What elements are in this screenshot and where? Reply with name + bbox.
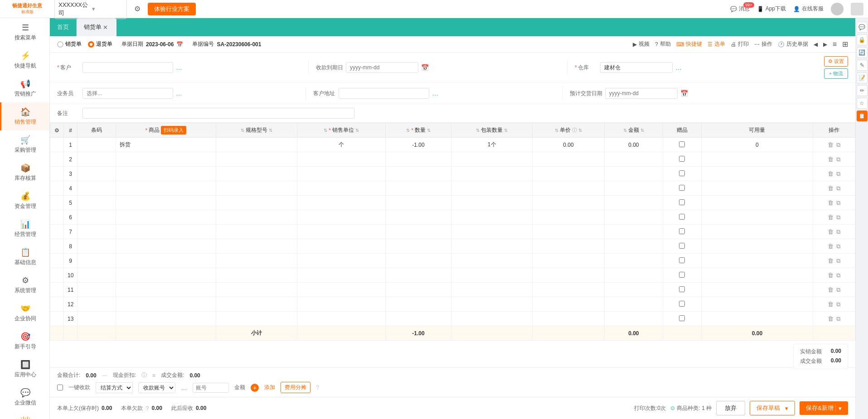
save-new-chevron-icon[interactable]: ▾ bbox=[835, 405, 842, 412]
save-new-button[interactable]: 保存&新增 ▾ bbox=[800, 401, 848, 415]
customer-address-input[interactable] bbox=[339, 88, 429, 99]
radio-sales-order[interactable]: 销货单 bbox=[57, 40, 82, 48]
copy-icon[interactable]: ⧉ bbox=[836, 228, 840, 236]
warehouse-dots-icon[interactable]: … bbox=[675, 64, 682, 71]
calendar-icon[interactable]: 📅 bbox=[176, 41, 183, 48]
copy-icon[interactable]: ⧉ bbox=[836, 214, 840, 221]
nav-next-icon[interactable]: ▶ bbox=[823, 41, 827, 48]
delete-icon[interactable]: 🗑 bbox=[828, 228, 834, 236]
gift-checkbox[interactable] bbox=[679, 301, 685, 307]
order-debt-help-icon[interactable]: ? bbox=[145, 405, 149, 412]
gift-checkbox[interactable] bbox=[679, 257, 685, 263]
action-video[interactable]: ▶ 视频 bbox=[633, 40, 650, 48]
row-qty[interactable]: -1.00 bbox=[385, 138, 451, 152]
view-list-icon[interactable]: ≡ bbox=[833, 40, 837, 48]
avatar-secondary[interactable] bbox=[851, 3, 863, 15]
account-number-input[interactable] bbox=[193, 383, 229, 393]
action-help[interactable]: ? 帮助 bbox=[655, 40, 671, 48]
delete-icon[interactable]: 🗑 bbox=[828, 301, 834, 308]
delete-icon[interactable]: 🗑 bbox=[828, 170, 834, 178]
right-panel-btn-2[interactable]: 🔒 bbox=[857, 34, 868, 45]
sidebar-item-inventory[interactable]: 📦 库存核算 bbox=[0, 159, 49, 187]
warehouse-input[interactable] bbox=[600, 62, 673, 73]
setup-button[interactable]: ⚙ 设置 bbox=[824, 56, 848, 67]
copy-icon[interactable]: ⧉ bbox=[836, 315, 840, 323]
copy-icon[interactable]: ⧉ bbox=[836, 170, 840, 178]
app-download-button[interactable]: 📱 App下载 bbox=[757, 5, 786, 13]
one-click-pay-checkbox[interactable] bbox=[57, 385, 63, 390]
row-amount[interactable]: 0.00 bbox=[604, 138, 663, 152]
action-history[interactable]: 🕐 历史单据 bbox=[778, 40, 808, 48]
copy-icon[interactable]: ⧉ bbox=[836, 185, 840, 192]
gift-checkbox[interactable] bbox=[679, 170, 685, 176]
row-gift[interactable] bbox=[663, 138, 701, 152]
delete-icon[interactable]: 🗑 bbox=[828, 272, 834, 279]
gift-checkbox[interactable] bbox=[679, 228, 685, 234]
expense-help-icon[interactable]: ? bbox=[316, 384, 319, 391]
copy-icon[interactable]: ⧉ bbox=[836, 257, 840, 265]
payment-method-select[interactable]: 结算方式 bbox=[96, 382, 133, 393]
company-selector[interactable]: XXXXXX公司 ▾ bbox=[54, 0, 127, 19]
tab-home[interactable]: 首页 bbox=[50, 18, 77, 36]
action-shortcut[interactable]: ⌨ 快捷键 bbox=[676, 40, 702, 48]
table-settings-icon[interactable]: ⚙ bbox=[54, 127, 59, 134]
sidebar-item-appstore[interactable]: 🔲 应用中心 bbox=[0, 355, 49, 383]
gift-checkbox[interactable] bbox=[679, 185, 685, 191]
right-panel-btn-4[interactable]: ✎ bbox=[857, 60, 868, 71]
settings-icon[interactable]: ⚙ bbox=[131, 2, 144, 16]
copy-icon[interactable]: ⧉ bbox=[836, 141, 840, 149]
online-service-button[interactable]: 👤 在线客服 bbox=[793, 5, 824, 13]
delete-icon[interactable]: 🗑 bbox=[828, 141, 834, 149]
copy-icon[interactable]: ⧉ bbox=[836, 243, 840, 250]
sidebar-item-newbie[interactable]: 🎯 新手引导 bbox=[0, 327, 49, 355]
delete-icon[interactable]: 🗑 bbox=[828, 156, 834, 163]
sidebar-item-finance[interactable]: 💰 资金管理 bbox=[0, 187, 49, 215]
payment-due-calendar-icon[interactable]: 📅 bbox=[421, 64, 429, 71]
sidebar-item-basic[interactable]: 📋 基础信息 bbox=[0, 243, 49, 271]
gift-checkbox[interactable] bbox=[679, 272, 685, 278]
row-unit[interactable]: 个 bbox=[297, 138, 386, 152]
gift-checkbox[interactable] bbox=[679, 315, 685, 321]
payment-due-input[interactable] bbox=[346, 62, 418, 73]
action-operate[interactable]: ⋯ 操作 bbox=[754, 40, 772, 48]
trial-button[interactable]: 体验行业方案 bbox=[148, 3, 196, 15]
radio-return-order[interactable]: 退货单 bbox=[88, 40, 112, 48]
sidebar-item-system[interactable]: ⚙ 系统管理 bbox=[0, 271, 49, 299]
sidebar-item-shortcut[interactable]: ⚡ 快捷导航 bbox=[0, 46, 49, 74]
copy-icon[interactable]: ⧉ bbox=[836, 199, 840, 207]
scan-barcode-button[interactable]: 扫码录入 bbox=[161, 126, 186, 135]
sidebar-item-purchase[interactable]: 🛒 采购管理 bbox=[0, 130, 49, 159]
row-pkg-qty[interactable]: 1个 bbox=[451, 138, 533, 152]
abandon-button[interactable]: 放弃 bbox=[716, 401, 745, 415]
sidebar-item-wechat[interactable]: 💬 企业微信 bbox=[0, 383, 49, 411]
action-select-order[interactable]: ☰ 选单 bbox=[708, 40, 725, 48]
right-panel-btn-6[interactable]: ✏ bbox=[857, 85, 868, 96]
right-panel-btn-orange[interactable]: 📋 bbox=[857, 111, 868, 121]
sidebar-item-membership[interactable]: 👑 畅会员 bbox=[0, 411, 49, 419]
logistics-button[interactable]: + 物流 bbox=[824, 68, 848, 79]
delete-icon[interactable]: 🗑 bbox=[828, 286, 834, 294]
sidebar-item-enterprise[interactable]: 🤝 企业协同 bbox=[0, 299, 49, 327]
messages-button[interactable]: 💬 消息 99+ bbox=[730, 5, 750, 13]
gift-checkbox[interactable] bbox=[679, 286, 685, 292]
th-settings[interactable]: ⚙ bbox=[50, 123, 64, 138]
address-dots-icon[interactable]: … bbox=[432, 90, 438, 97]
salesperson-input[interactable] bbox=[82, 88, 173, 99]
row-barcode[interactable] bbox=[78, 138, 116, 152]
delete-icon[interactable]: 🗑 bbox=[828, 315, 834, 323]
price-info-icon[interactable]: ⓘ bbox=[572, 127, 577, 134]
avatar[interactable] bbox=[831, 3, 844, 15]
expense-split-button[interactable]: 费用分摊 bbox=[281, 382, 310, 393]
nav-prev-icon[interactable]: ◀ bbox=[814, 41, 818, 48]
gift-checkbox[interactable] bbox=[679, 243, 685, 249]
cash-discount-info-icon[interactable]: ⓘ bbox=[141, 371, 147, 379]
sidebar-item-marketing[interactable]: 📢 营销推广 bbox=[0, 74, 49, 102]
view-grid-icon[interactable]: ⊞ bbox=[842, 40, 848, 48]
copy-icon[interactable]: ⧉ bbox=[836, 156, 840, 163]
delete-icon[interactable]: 🗑 bbox=[828, 185, 834, 192]
action-print[interactable]: 🖨 打印 bbox=[731, 40, 749, 48]
gift-checkbox[interactable] bbox=[679, 156, 685, 162]
gift-checkbox[interactable] bbox=[679, 214, 685, 220]
save-draft-chevron-icon[interactable]: ▾ bbox=[782, 405, 788, 412]
copy-icon[interactable]: ⧉ bbox=[836, 286, 840, 294]
